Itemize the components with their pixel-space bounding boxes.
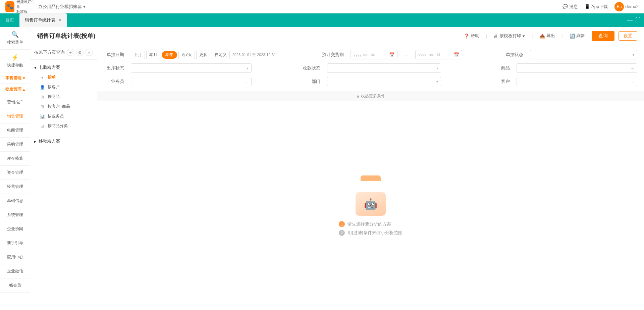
sidebar-item-system[interactable]: 系统管理 [0, 208, 30, 222]
divider3: | [562, 34, 563, 39]
empty-robot-face: 🤖 [364, 198, 377, 210]
logo-icon: 🐾 [5, 1, 14, 12]
doc-status-select[interactable]: ▾ [530, 50, 637, 59]
search-icon: 🔍 [11, 31, 19, 38]
tip-num-1: 1 [339, 221, 345, 227]
tab-sales-order[interactable]: 销售订单统计表 ✕ [19, 13, 67, 27]
sidebar: 🔍 搜索菜单 ⚡ 快捷导航 零售管理 ▾ 批发管理 ▴ 营销推广 销售管理 电商… [0, 27, 30, 310]
customer-select[interactable]: ··· [517, 77, 637, 86]
print-template-button[interactable]: 🖨 按模板打印 ▾ [491, 32, 528, 40]
scheme-item-person-icon: 👤 [40, 85, 45, 90]
payment-status-select[interactable]: ▾ [327, 63, 441, 73]
date-btn-custom[interactable]: 自定义 [212, 51, 230, 59]
scheme-item-grid-icon: ⊞ [40, 94, 45, 100]
user-menu[interactable]: Ea demo2 [614, 2, 639, 11]
date-btn-7days[interactable]: 近7天 [178, 51, 195, 59]
sidebar-item-appcenter[interactable]: 应用中心 [0, 250, 30, 264]
department-label: 部门 [300, 79, 320, 85]
logo-area: 🐾 畅捷通好生意 标准版 [5, 0, 36, 14]
customer-label: 客户 [490, 79, 510, 85]
top-bar-left: 🐾 畅捷通好生意 标准版 办公用品行业模拟账套 ▾ [5, 0, 86, 14]
date-btn-more[interactable]: 更多 [196, 51, 210, 59]
sidebar-category-wholesale[interactable]: 批发管理 ▴ [0, 84, 30, 95]
breadcrumb-text: 办公用品行业模拟账套 [38, 4, 82, 10]
tip-num-2: 2 [339, 230, 345, 236]
scheme-mobile-arrow-icon: ▸ [34, 139, 37, 144]
breadcrumb-arrow: ▾ [83, 4, 86, 9]
inner-layout: 按以下方案查询 + ⚙ « ▾ 电脑端方案 ● 按单 [30, 45, 644, 310]
scheme-desktop-title[interactable]: ▾ 电脑端方案 [30, 62, 97, 72]
tab-close-icon[interactable]: ✕ [58, 18, 61, 22]
main-layout: 🔍 搜索菜单 ⚡ 快捷导航 零售管理 ▾ 批发管理 ▴ 营销推广 销售管理 电商… [0, 27, 644, 310]
scheme-item-chart-icon: 📊 [40, 114, 45, 119]
scheme-mobile-section: ▸ 移动端方案 [30, 134, 97, 149]
delivery-status-label: 出库状态 [104, 65, 124, 71]
message-button[interactable]: 💬 消息 [562, 4, 578, 10]
help-button[interactable]: ❓ 帮助 [461, 32, 482, 40]
sidebar-item-purchase[interactable]: 采购管理 [0, 138, 30, 152]
department-select[interactable]: ▾ [327, 77, 441, 86]
scheme-header-icons: + ⚙ « [67, 49, 93, 56]
scheme-desktop-arrow-icon: ▾ [34, 65, 37, 70]
scheme-item-grid2-icon: ⊞ [40, 104, 45, 109]
sidebar-item-ecommerce[interactable]: 电商管理 [0, 123, 30, 138]
sidebar-item-sales[interactable]: 销售管理 [0, 109, 30, 123]
sidebar-item-quick[interactable]: ⚡ 快捷导航 [0, 50, 30, 72]
date-btn-last-month[interactable]: 上月 [131, 51, 145, 59]
export-icon: 📤 [540, 34, 545, 39]
page-header: 销售订单统计表(按单) ❓ 帮助 | 🖨 按模板打印 ▾ | 📤 导出 | [30, 27, 644, 45]
sidebar-item-inventory[interactable]: 库存核算 [0, 152, 30, 166]
tab-maximize-icon[interactable]: ⛶ [635, 17, 641, 23]
sidebar-category-retail[interactable]: 零售管理 ▾ [0, 72, 30, 84]
product-select[interactable]: ··· [517, 63, 637, 73]
sidebar-item-wechat[interactable]: 企业微信 [0, 264, 30, 278]
export-button[interactable]: 📤 导出 [537, 32, 558, 40]
salesperson-label: 业务员 [104, 79, 124, 85]
expected-delivery-end[interactable]: yyyy-mm-dd 📅 [415, 50, 462, 59]
settings-button[interactable]: 设置 [619, 31, 637, 41]
salesperson-select[interactable]: ··· [131, 77, 252, 86]
scheme-item-by-customer-product[interactable]: ⊞ 按客户+商品 [30, 102, 97, 111]
sidebar-item-search[interactable]: 🔍 搜索菜单 [0, 27, 30, 50]
delivery-status-select[interactable]: ▾ [131, 63, 252, 73]
message-icon: 💬 [562, 4, 568, 9]
customer-ellipsis-icon: ··· [631, 79, 634, 84]
breadcrumb: 办公用品行业模拟账套 ▾ [38, 4, 86, 10]
scheme-collapse-button[interactable]: « [86, 49, 93, 56]
top-bar: 🐾 畅捷通好生意 标准版 办公用品行业模拟账套 ▾ 💬 消息 📱 App下载 E… [0, 0, 644, 13]
sidebar-item-marketing[interactable]: 营销推广 [0, 95, 30, 109]
scheme-mobile-title[interactable]: ▸ 移动端方案 [30, 136, 97, 146]
collapse-bar[interactable]: ∧ 收起更多条件 [97, 91, 644, 101]
scheme-add-button[interactable]: + [67, 49, 74, 56]
date-btn-this-month[interactable]: 本月 [146, 51, 160, 59]
scheme-item-by-product-category[interactable]: ⊟ 按商品分类 [30, 121, 97, 131]
divider1: | [486, 34, 487, 39]
expected-delivery-start[interactable]: yyyy-mm-dd 📅 [351, 50, 397, 59]
refresh-button[interactable]: 🔄 刷新 [567, 32, 588, 40]
app-download-button[interactable]: 📱 App下载 [585, 4, 608, 10]
sidebar-item-basic[interactable]: 基础信息 [0, 194, 30, 208]
sidebar-item-finance[interactable]: 资金管理 [0, 166, 30, 180]
scheme-item-by-product[interactable]: ⊞ 按商品 [30, 92, 97, 102]
date-btn-this-year[interactable]: 本年 [162, 51, 177, 59]
department-arrow-icon: ▾ [436, 80, 438, 84]
tab-home[interactable]: 首页 [0, 13, 19, 27]
expected-delivery-label: 预计交货期 [317, 52, 344, 58]
sidebar-item-enterprise[interactable]: 企业协同 [0, 222, 30, 236]
scheme-item-by-order[interactable]: ● 按单 [30, 72, 97, 82]
salesperson-ellipsis-icon: ··· [245, 79, 249, 84]
empty-box-body: 🤖 [356, 192, 386, 216]
scheme-item-by-salesperson[interactable]: 📊 按业务员 [30, 111, 97, 121]
scheme-settings-button[interactable]: ⚙ [76, 49, 84, 56]
empty-tip-2: 2 用[过滤]条件来缩小分析范围 [339, 230, 402, 236]
empty-illustration: 🤖 [351, 175, 391, 216]
filter-row-3: 业务员 ··· 部门 ▾ 客户 ··· [104, 77, 637, 86]
doc-status-label: 单据状态 [503, 52, 523, 58]
query-button[interactable]: 查询 [592, 31, 614, 41]
sidebar-item-newbie[interactable]: 新手引导 [0, 236, 30, 250]
tab-minimize-icon[interactable]: — [627, 17, 633, 23]
sidebar-item-operations[interactable]: 经营管理 [0, 180, 30, 194]
sidebar-item-member[interactable]: 畅会员 [0, 278, 30, 293]
scheme-item-by-customer[interactable]: 👤 按客户 [30, 82, 97, 92]
page-title: 销售订单统计表(按单) [37, 32, 95, 40]
